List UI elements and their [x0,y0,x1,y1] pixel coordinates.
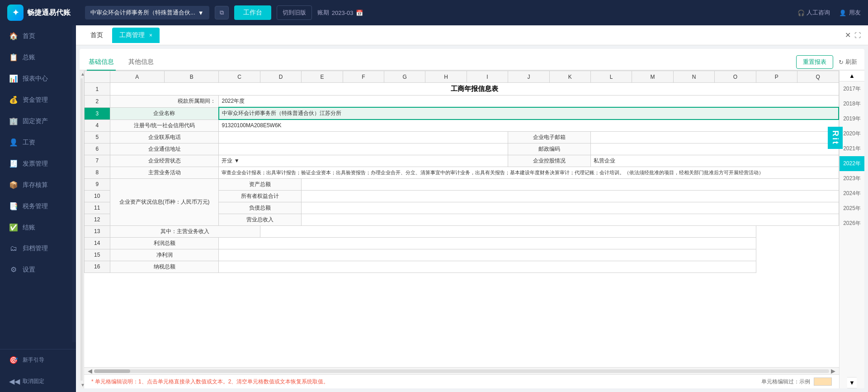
sidebar-item-close[interactable]: ✅ 结账 [0,217,76,238]
cell-7-holding[interactable]: 私营企业 [591,155,839,167]
year-item-2018[interactable]: 2018年 [840,96,864,111]
cell-14-profit-val[interactable] [219,237,756,249]
col-header-c[interactable]: C [219,71,260,83]
cell-4-value[interactable]: 91320100MA208E5W6K [219,120,839,131]
sidebar-item-tax[interactable]: 📑 税务管理 [0,196,76,217]
row-num-11: 11 [85,202,110,214]
cell-13-main-val[interactable] [260,225,756,237]
sidebar-label-close: 结账 [23,224,35,232]
workbench-button[interactable]: 工作台 [234,5,271,20]
cell-16-tax-val[interactable] [219,261,756,272]
tab-active[interactable]: 工商管理 × [112,28,160,43]
year-nav-down-btn[interactable]: ▼ [847,377,857,388]
col-header-o[interactable]: O [715,71,756,83]
cell-3-value[interactable]: 中审众环会计师事务所（特殊普通合伙）江苏分所 [219,107,839,120]
sidebar-bottom: 🎯 新手引导 ◀◀ 取消固定 [0,349,76,392]
subtab-other[interactable]: 其他信息 [127,54,156,71]
col-header-f[interactable]: F [343,71,384,83]
sidebar-item-assets[interactable]: 🏢 固定资产 [0,110,76,132]
col-header-g[interactable]: G [384,71,425,83]
scroll-up-arrow[interactable]: ▲ [80,71,84,77]
cell-8-value[interactable]: 审查企业会计报表；出具审计报告；验证企业资本；出具验资报告；办理企业合开、分立、… [219,167,839,178]
spreadsheet-inner[interactable]: A B C D E F G H I J [84,71,839,367]
sidebar-item-archive[interactable]: 🗂 归档管理 [0,238,76,259]
col-header-e[interactable]: E [302,71,343,83]
reset-report-button[interactable]: 重置报表 [796,55,833,69]
row-num-6: 6 [85,143,110,155]
col-header-n[interactable]: N [673,71,714,83]
old-version-button[interactable]: 切到旧版 [277,5,312,20]
cell-5-phone[interactable] [219,131,508,143]
sub-tabs: 基础信息 其他信息 重置报表 ↻ 刷新 [80,49,864,71]
year-item-2021[interactable]: 2021年 [840,141,864,156]
col-header-a[interactable]: A [110,71,164,83]
year-item-2017[interactable]: 2017年 [840,81,864,96]
left-scroll-strip[interactable]: ▲ ▼ [80,71,84,388]
cell-2-value[interactable]: 2022年度 [219,96,839,108]
h-scroll-left[interactable]: ◀ [86,368,94,374]
subtab-basic[interactable]: 基础信息 [87,54,116,71]
company-selector[interactable]: 中审众环会计师事务所（特殊普通合伙... ▼ [85,6,209,19]
col-header-p[interactable]: P [756,71,797,83]
sidebar-item-unpin[interactable]: ◀◀ 取消固定 [0,371,76,392]
h-scroll-thumb[interactable] [94,369,130,373]
year-item-2023[interactable]: 2023年 [840,171,864,186]
logo-icon: ✦ [7,5,24,21]
col-header-q[interactable]: Q [797,71,839,83]
sidebar-item-invoice[interactable]: 🧾 发票管理 [0,153,76,174]
col-header-h[interactable]: H [425,71,467,83]
sidebar-item-fund[interactable]: 💰 资金管理 [0,89,76,110]
cell-10-equity-val[interactable] [302,190,839,202]
horizontal-scrollbar[interactable]: ◀ ▶ [84,367,839,374]
col-header-j[interactable]: J [508,71,549,83]
col-header-k[interactable]: K [549,71,590,83]
sidebar-item-salary[interactable]: 👤 工资 [0,132,76,153]
sidebar-item-ledger[interactable]: 📋 总账 [0,47,76,68]
row-num-4: 4 [85,120,110,131]
year-item-2019[interactable]: 2019年 [840,111,864,126]
year-item-2022[interactable]: 2022年 [840,156,864,171]
cell-7-status[interactable]: 开业 ▼ [219,155,508,167]
year-item-2025[interactable]: 2025年 [840,201,864,216]
year-nav-up[interactable]: ▲ [840,71,864,81]
home-icon: 🏠 [9,32,18,40]
year-item-2026[interactable]: 2026年 [840,216,864,231]
cell-5-email[interactable] [591,131,839,143]
user-area[interactable]: 👤 用友 [839,9,861,17]
h-scroll-right[interactable]: ▶ [829,368,837,374]
year-item-2020[interactable]: 2020年 [840,126,864,141]
table-row: 14 利润总额 [85,237,839,249]
sidebar-item-inventory[interactable]: 📦 库存核算 [0,174,76,196]
chevron-down-icon: ▼ [849,379,855,386]
col-header-d[interactable]: D [260,71,301,83]
cell-6-addr[interactable] [219,143,508,155]
cell-11-debt-val[interactable] [302,202,839,214]
tab-close-button[interactable]: × [149,32,152,38]
year-item-2024[interactable]: 2024年 [840,186,864,201]
col-header-l[interactable]: L [591,71,632,83]
sidebar-item-home[interactable]: 🏠 首页 [0,25,76,47]
salary-icon: 👤 [9,138,18,147]
sidebar-item-settings[interactable]: ⚙ 设置 [0,259,76,280]
row-num-2: 2 [85,96,110,108]
cell-6-zip[interactable] [591,143,839,155]
col-header-b[interactable]: B [165,71,219,83]
cell-12-revenue-val[interactable] [302,214,839,225]
table-row: 13 其中：主营业务收入 [85,225,839,237]
refresh-button[interactable]: ↻ 刷新 [839,58,857,66]
sidebar-item-report[interactable]: 📊 报表中心 [0,68,76,89]
scroll-down-arrow[interactable]: ▼ [80,382,84,388]
cell-15-net-val[interactable] [219,249,756,261]
copy-button[interactable]: ⧉ [215,6,229,19]
expand-icon[interactable]: ⛶ [854,32,861,39]
calendar-icon[interactable]: 📅 [356,10,363,16]
title-cell[interactable]: 工商年报信息表 [110,83,839,96]
cell-9-asset-val[interactable] [302,178,839,190]
cell-5-label: 企业联系电话 [110,131,219,143]
col-header-m[interactable]: M [632,71,673,83]
sidebar-item-guide[interactable]: 🎯 新手引导 [0,349,76,371]
consult-button[interactable]: 🎧 人工咨询 [797,9,830,17]
col-header-i[interactable]: I [467,71,508,83]
tab-home[interactable]: 首页 [83,28,110,43]
close-all-icon[interactable]: ✕ [845,31,851,39]
